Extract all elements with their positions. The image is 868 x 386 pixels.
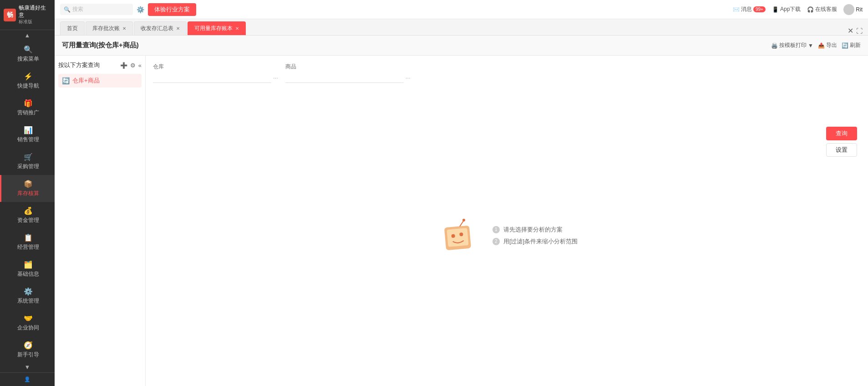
user-info[interactable]: Rit	[843, 4, 863, 15]
app-subtitle: 标准版	[19, 19, 51, 25]
filter-panel: 按以下方案查询 ➕ ⚙ « 🔄 仓库+商品	[55, 56, 146, 386]
system-icon: ⚙️	[24, 287, 33, 296]
print-dropdown-icon[interactable]: ▼	[808, 42, 813, 49]
refresh-icon: 🔄	[842, 42, 848, 49]
warehouse-more-btn[interactable]: ···	[273, 74, 278, 81]
svg-point-5	[462, 219, 465, 221]
empty-illustration	[436, 213, 482, 258]
empty-hint-2: 2 用[过滤]条件来缩小分析范围	[492, 237, 578, 246]
topbar-right: ✉️ 消息 99+ 📱 App下载 🎧 在线客服 Rit	[733, 4, 863, 15]
page-actions: 🖨️ 按模板打印 ▼ 📤 导出 🔄 刷新	[771, 41, 861, 49]
search-icon-topbar: 🔍	[64, 6, 71, 13]
sidebar-item-sales[interactable]: 📊 销售管理	[0, 121, 55, 148]
basic-icon: 🗂️	[24, 260, 33, 269]
topbar: 🔍 搜索 ⚙️ 体验行业方案 ✉️ 消息 99+ 📱 App下载 🎧 在线客服 …	[55, 0, 868, 19]
filter-scheme-item[interactable]: 🔄 仓库+商品	[58, 74, 142, 87]
filter-actions: ➕ ⚙ «	[120, 62, 142, 69]
query-submit-btn[interactable]: 查询	[826, 127, 857, 140]
scroll-up-arrow[interactable]: ▲	[0, 30, 55, 41]
tab-collect-summary[interactable]: 收发存汇总表 ✕	[134, 21, 187, 35]
goods-more-btn[interactable]: ···	[406, 74, 411, 81]
search-icon: 🔍	[24, 45, 33, 54]
enterprise-icon: 🤝	[24, 314, 33, 323]
tab-close-batch[interactable]: ✕	[122, 26, 126, 31]
avatar-icon: 👤	[24, 376, 30, 382]
message-btn[interactable]: ✉️ 消息 99+	[733, 5, 766, 13]
sidebar-item-inventory[interactable]: 📦 库存核算	[0, 175, 55, 202]
sidebar-item-purchase[interactable]: 🛒 采购管理	[0, 148, 55, 175]
hint-num-1: 1	[492, 226, 500, 233]
sidebar-item-system[interactable]: ⚙️ 系统管理	[0, 283, 55, 309]
export-icon: 📤	[818, 42, 825, 49]
message-icon: ✉️	[733, 6, 740, 13]
warehouse-label: 仓库	[153, 63, 278, 71]
add-scheme-btn[interactable]: ➕	[120, 62, 127, 69]
empty-hints: 1 请先选择要分析的方案 2 用[过滤]条件来缩小分析范围	[492, 226, 578, 246]
tab-close-all-btn[interactable]: ✕	[848, 26, 853, 35]
headset-icon: 🎧	[807, 6, 814, 13]
main-area: 🔍 搜索 ⚙️ 体验行业方案 ✉️ 消息 99+ 📱 App下载 🎧 在线客服 …	[55, 0, 868, 386]
purchase-icon: 🛒	[24, 153, 33, 161]
svg-line-4	[460, 221, 463, 226]
app-title: 畅康通好生意	[19, 5, 51, 19]
empty-svg	[436, 213, 482, 258]
finance-icon: 💰	[24, 206, 33, 215]
sidebar-item-operations[interactable]: 📋 经营管理	[0, 229, 55, 256]
sidebar-item-marketing[interactable]: 🎁 营销推广	[0, 94, 55, 121]
user-avatar	[843, 4, 854, 15]
filter-title: 按以下方案查询	[58, 61, 100, 69]
online-service-btn[interactable]: 🎧 在线客服	[807, 5, 837, 13]
refresh-btn[interactable]: 🔄 刷新	[842, 41, 861, 49]
query-panel: 仓库 ··· 商品 ···	[146, 56, 868, 386]
sidebar-item-finance[interactable]: 💰 资金管理	[0, 202, 55, 229]
username: Rit	[856, 6, 863, 13]
operations-icon: 📋	[24, 233, 33, 242]
content-area: 按以下方案查询 ➕ ⚙ « 🔄 仓库+商品 仓库 ···	[55, 56, 868, 386]
sidebar-nav: 🔍 搜索菜单 ⚡ 快捷导航 🎁 营销推广 📊 销售管理 🛒 采购管理 📦 库存核…	[0, 41, 55, 362]
goods-field: 商品 ···	[285, 63, 411, 83]
topbar-settings-icon[interactable]: ⚙️	[137, 6, 144, 13]
filter-header: 按以下方案查询 ➕ ⚙ «	[58, 61, 142, 69]
sidebar-item-shortcut[interactable]: ⚡ 快捷导航	[0, 67, 55, 94]
tab-expand-btn[interactable]: ⛶	[856, 27, 863, 35]
app-download-btn[interactable]: 📱 App下载	[772, 5, 801, 13]
collapse-filter-btn[interactable]: «	[138, 62, 142, 69]
warehouse-field: 仓库 ···	[153, 63, 278, 83]
tab-batch-account[interactable]: 库存批次账 ✕	[86, 21, 133, 35]
goods-label: 商品	[285, 63, 411, 71]
page-header: 可用量查询(按仓库+商品) 🖨️ 按模板打印 ▼ 📤 导出 🔄 刷新	[55, 36, 868, 56]
tabs-right-actions: ✕ ⛶	[848, 26, 863, 35]
svg-rect-1	[447, 228, 468, 247]
page-title: 可用量查询(按仓库+商品)	[62, 41, 771, 50]
sidebar-header: 畅 畅康通好生意 标准版	[0, 0, 55, 30]
print-icon: 🖨️	[771, 42, 778, 49]
tab-home[interactable]: 首页	[60, 21, 85, 35]
sidebar-footer[interactable]: 👤	[0, 372, 55, 386]
topbar-search[interactable]: 🔍 搜索	[60, 4, 133, 15]
hint-num-2: 2	[492, 238, 500, 245]
marketing-icon: 🎁	[24, 99, 33, 108]
shortcut-icon: ⚡	[24, 72, 33, 81]
sidebar-item-basic[interactable]: 🗂️ 基础信息	[0, 256, 55, 283]
empty-state: 1 请先选择要分析的方案 2 用[过滤]条件来缩小分析范围	[153, 92, 861, 379]
scroll-down-arrow[interactable]: ▼	[0, 362, 55, 372]
goods-input[interactable]	[285, 72, 404, 83]
tab-available-stock[interactable]: 可用量库存账本 ✕	[188, 21, 246, 35]
tab-close-available[interactable]: ✕	[235, 26, 239, 31]
tab-bar: 首页 库存批次账 ✕ 收发存汇总表 ✕ 可用量库存账本 ✕ ✕ ⛶	[55, 19, 868, 36]
print-btn[interactable]: 🖨️ 按模板打印 ▼	[771, 41, 813, 49]
phone-icon: 📱	[772, 6, 779, 13]
sidebar-item-search[interactable]: 🔍 搜索菜单	[0, 41, 55, 67]
sidebar-item-enterprise[interactable]: 🤝 企业协同	[0, 309, 55, 336]
scheme-icon: 🔄	[62, 77, 70, 84]
settings-scheme-btn[interactable]: ⚙	[130, 62, 136, 69]
sidebar-item-guide[interactable]: 🧭 新手引导	[0, 336, 55, 362]
sales-icon: 📊	[24, 126, 33, 134]
tab-close-collect[interactable]: ✕	[176, 26, 180, 31]
query-settings-btn[interactable]: 设置	[826, 143, 857, 157]
export-btn[interactable]: 📤 导出	[818, 41, 837, 49]
warehouse-input[interactable]	[153, 72, 271, 83]
query-actions: 查询 设置	[826, 127, 857, 157]
trial-btn[interactable]: 体验行业方案	[148, 3, 196, 16]
query-fields: 仓库 ··· 商品 ···	[153, 63, 861, 83]
